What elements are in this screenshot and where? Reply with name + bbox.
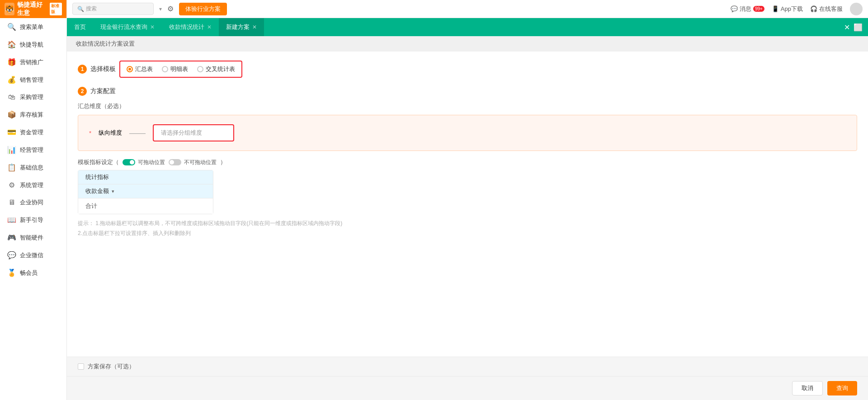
save-checkbox[interactable]	[78, 363, 84, 370]
dropdown-arrow[interactable]: ▾	[159, 6, 162, 12]
toggle-draggable-pill[interactable]	[123, 159, 135, 165]
sidebar-item-smart-hw[interactable]: 🎮 智能硬件	[0, 229, 66, 246]
radio-detail-label: 明细表	[170, 65, 188, 73]
dimension-arrow: ——	[129, 128, 146, 138]
logo-icon: 🐯	[5, 3, 14, 15]
tip-text-1: 提示： 1.拖动标题栏可以调整布局，不可跨维度或指标区域拖动目字段(只能在同一维…	[78, 219, 342, 229]
sidebar: 🐯 畅捷通好生意 标准版 🔍 搜索菜单 🏠 快捷导航 🎁 营销推广 💰 销售管理…	[0, 0, 67, 400]
search-text: 搜索	[86, 5, 97, 13]
sidebar-item-basic-info[interactable]: 📋 基础信息	[0, 159, 66, 176]
sidebar-item-label: 畅会员	[20, 269, 38, 277]
sidebar-menu: 🔍 搜索菜单 🏠 快捷导航 🎁 营销推广 💰 销售管理 🛍 采购管理 📦 库存核…	[0, 18, 66, 400]
sidebar-item-system[interactable]: ⚙ 系统管理	[0, 176, 66, 194]
tab-home[interactable]: 首页	[67, 18, 93, 36]
service-label: 在线客服	[819, 5, 843, 13]
close-icon[interactable]: ✕	[252, 24, 257, 30]
gear-icon[interactable]: ⚙	[167, 5, 174, 13]
guide-icon: 📖	[7, 216, 16, 224]
tab-new-plan[interactable]: 新建方案 ✕	[219, 18, 264, 36]
sidebar-item-enterprise-wechat[interactable]: 💬 企业微信	[0, 246, 66, 264]
app-icon: 📱	[772, 5, 779, 12]
topbar: 🔍 搜索 ▾ ⚙ 体验行业方案 💬 消息 99+ 📱 App下载 🎧 在线客服	[67, 0, 868, 18]
sidebar-item-label: 企业微信	[20, 251, 43, 259]
sidebar-item-purchase[interactable]: 🛍 采购管理	[0, 89, 66, 106]
radio-summary-label: 汇总表	[135, 65, 153, 73]
sales-icon: 💰	[7, 75, 16, 84]
message-button[interactable]: 💬 消息 99+	[731, 5, 764, 13]
industry-btn[interactable]: 体验行业方案	[179, 3, 227, 15]
step1-number: 1	[78, 65, 87, 74]
form-card: 1 选择模板 汇总表 明细表 交叉统计表	[67, 52, 868, 357]
step2-title: 方案配置	[90, 87, 116, 95]
indicator-column-header[interactable]: 收款金额 ▾	[78, 184, 213, 198]
message-label: 消息	[740, 5, 751, 13]
sidebar-item-enterprise-collab[interactable]: 🖥 企业协同	[0, 194, 66, 211]
sidebar-item-search-menu[interactable]: 🔍 搜索菜单	[0, 18, 66, 36]
template-radio-group: 汇总表 明细表 交叉统计表	[119, 61, 242, 78]
sidebar-item-quick-nav[interactable]: 🏠 快捷导航	[0, 36, 66, 53]
dimension-input[interactable]: 请选择分组维度	[153, 124, 234, 141]
step2-section: 2 方案配置 汇总维度（必选） * 纵向维度 —— 请选择分组维度	[78, 87, 857, 238]
indicator-section: 模板指标设定（ 可拖动位置 不可拖动位置 ） 统计指标	[78, 158, 857, 214]
stat-indicators-label: 统计指标	[85, 173, 109, 181]
sidebar-item-operations[interactable]: 📊 经营管理	[0, 141, 66, 159]
radio-summary[interactable]: 汇总表	[127, 65, 153, 73]
dimension-row-label: 纵向维度	[99, 129, 122, 137]
dimension-required-mark: *	[89, 130, 91, 136]
query-button[interactable]: 查询	[827, 381, 857, 395]
sidebar-item-new-guide[interactable]: 📖 新手引导	[0, 211, 66, 229]
sidebar-item-label: 基础信息	[20, 164, 43, 172]
search-box[interactable]: 🔍 搜索	[72, 3, 154, 15]
wechat-icon: 💬	[7, 251, 16, 259]
tab-receipt-stat[interactable]: 收款情况统计 ✕	[162, 18, 219, 36]
member-icon: 🏅	[7, 268, 16, 277]
tip-line-2: 2.点击标题栏下拉可设置排序、插入列和删除列	[78, 229, 857, 239]
close-icon[interactable]: ✕	[207, 24, 212, 30]
dimension-placeholder: 请选择分组维度	[161, 129, 202, 136]
service-button[interactable]: 🎧 在线客服	[810, 5, 843, 13]
close-icon[interactable]: ✕	[150, 24, 155, 30]
indicator-title: 模板指标设定（	[78, 158, 119, 166]
toggle-non-draggable-pill[interactable]	[169, 159, 181, 165]
basic-info-icon: 📋	[7, 163, 16, 172]
service-icon: 🎧	[810, 5, 817, 12]
radio-detail[interactable]: 明细表	[162, 65, 188, 73]
close-window-icon[interactable]: ✕	[844, 23, 850, 32]
sidebar-item-label: 快捷导航	[20, 41, 43, 49]
sidebar-item-label: 采购管理	[20, 93, 43, 101]
toggle-draggable[interactable]: 可拖动位置	[123, 159, 165, 166]
sidebar-item-member[interactable]: 🏅 畅会员	[0, 264, 66, 282]
radio-cross[interactable]: 交叉统计表	[197, 65, 235, 73]
step1-title: 选择模板	[90, 65, 116, 73]
save-option-label: 方案保存（可选）	[88, 362, 135, 371]
step1-section: 1 选择模板 汇总表 明细表 交叉统计表	[78, 61, 857, 78]
inventory-icon: 📦	[7, 110, 16, 119]
radio-circle-cross	[197, 66, 203, 72]
tabbar: 首页 现金银行流水查询 ✕ 收款情况统计 ✕ 新建方案 ✕ ✕ ⬜	[67, 18, 868, 36]
page-content: 收款情况统计方案设置 1 选择模板 汇总表 明细表	[67, 36, 868, 400]
sidebar-item-sales[interactable]: 💰 销售管理	[0, 71, 66, 89]
sidebar-item-inventory[interactable]: 📦 库存核算	[0, 106, 66, 123]
sidebar-item-marketing[interactable]: 🎁 营销推广	[0, 53, 66, 71]
operations-icon: 📊	[7, 146, 16, 154]
breadcrumb: 收款情况统计方案设置	[67, 36, 868, 52]
tab-new-plan-label: 新建方案	[226, 23, 250, 31]
search-menu-icon: 🔍	[7, 23, 16, 31]
radio-circle-summary	[127, 66, 133, 72]
indicator-table: 统计指标 收款金额 ▾ 合计	[78, 170, 213, 214]
cancel-button[interactable]: 取消	[792, 381, 823, 395]
sidebar-item-label: 企业协同	[20, 198, 43, 207]
app-download-button[interactable]: 📱 App下载	[772, 5, 803, 13]
sidebar-item-label: 新手引导	[20, 216, 43, 224]
user-avatar[interactable]	[850, 3, 863, 15]
indicator-table-header[interactable]: 统计指标	[78, 170, 213, 184]
maximize-icon[interactable]: ⬜	[854, 23, 863, 32]
tab-home-label: 首页	[74, 23, 86, 31]
radio-circle-detail	[162, 66, 168, 72]
sidebar-item-label: 营销推广	[20, 58, 43, 66]
toggle-non-draggable[interactable]: 不可拖动位置	[169, 159, 217, 166]
tab-cash-bank[interactable]: 现金银行流水查询 ✕	[93, 18, 162, 36]
sidebar-item-finance[interactable]: 💳 资金管理	[0, 123, 66, 141]
save-option-bar: 方案保存（可选）	[67, 357, 868, 376]
search-icon: 🔍	[77, 6, 84, 12]
